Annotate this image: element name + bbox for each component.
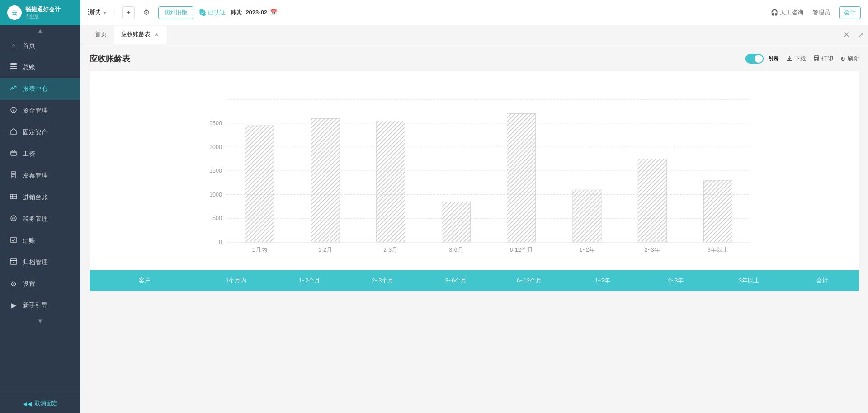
sidebar-label-tax: 税务管理 — [23, 215, 48, 223]
sidebar-item-trade[interactable]: 进销台账 — [0, 187, 80, 208]
th-customer: 客户 — [90, 270, 199, 291]
th-6-12m: 6~12个月 — [493, 270, 566, 291]
toggle-track[interactable] — [745, 54, 764, 64]
svg-rect-55 — [703, 180, 732, 242]
sidebar-item-assets[interactable]: 固定资产 — [0, 122, 80, 143]
sidebar-label-wage: 工资 — [23, 150, 35, 158]
svg-rect-29 — [787, 60, 792, 61]
page-actions: 图表 下载 — [745, 54, 859, 64]
print-btn[interactable]: 打印 — [813, 55, 833, 63]
calendar-icon[interactable]: 📅 — [270, 9, 277, 16]
sidebar-label-guide: 新手引导 — [23, 301, 48, 310]
verified-badge: 已认证 — [199, 9, 226, 17]
tabbar-expand-btn[interactable]: ⤢ — [858, 30, 863, 39]
app-edition: 专业版 — [25, 14, 61, 20]
svg-text:1000: 1000 — [209, 192, 222, 198]
refresh-btn[interactable]: ↻ 刷新 — [840, 55, 859, 63]
th-1m: 1个月内 — [199, 270, 273, 291]
svg-text:云: 云 — [12, 10, 17, 16]
svg-text:2500: 2500 — [209, 120, 222, 127]
tabbar-close-btn[interactable]: ✕ — [843, 30, 850, 40]
sidebar-item-invoice[interactable]: 发票管理 — [0, 165, 80, 187]
chart-toggle[interactable]: 图表 — [745, 54, 779, 64]
sidebar-label-trade: 进销台账 — [23, 193, 48, 202]
capital-icon: ¥ — [9, 106, 18, 115]
th-total: 合计 — [786, 270, 859, 291]
sidebar-item-wage[interactable]: 工资 — [0, 143, 80, 165]
sidebar-label-home: 首页 — [23, 42, 35, 50]
sidebar-item-guide[interactable]: ▶ 新手引导 — [0, 295, 80, 316]
sidebar-item-home[interactable]: ⌂ 首页 — [0, 36, 80, 56]
download-icon — [786, 55, 793, 63]
sidebar-logo: 云 畅捷通好会计 专业版 — [0, 0, 80, 25]
sidebar-item-settlement[interactable]: 结账 — [0, 230, 80, 252]
sidebar-label-settings: 设置 — [23, 280, 35, 288]
role-label: 会计 — [844, 9, 856, 16]
download-btn[interactable]: 下载 — [786, 55, 806, 63]
project-settings-btn[interactable]: ⚙ — [140, 6, 153, 19]
svg-rect-53 — [573, 190, 601, 242]
svg-text:500: 500 — [212, 215, 222, 221]
svg-rect-54 — [638, 159, 666, 242]
bar-6-12月 — [507, 114, 536, 242]
content-area: 应收账龄表 图表 下载 — [80, 44, 868, 413]
cancel-fixed-btn[interactable]: ◀◀ 取消固定 — [0, 394, 80, 413]
consult-label: 人工咨询 — [780, 9, 803, 17]
svg-text:6-12个月: 6-12个月 — [510, 247, 533, 253]
svg-point-6 — [13, 88, 14, 89]
tab-home[interactable]: 首页 — [88, 26, 114, 44]
bar-2-3年 — [638, 159, 666, 242]
sidebar-label-ledger: 总账 — [23, 63, 35, 71]
svg-rect-26 — [10, 259, 17, 261]
refresh-icon: ↻ — [840, 56, 845, 62]
tab-aging-close[interactable]: ✕ — [153, 31, 160, 38]
add-project-btn[interactable]: + — [122, 6, 135, 19]
svg-text:¥: ¥ — [12, 108, 15, 113]
svg-text:2~3年: 2~3年 — [644, 247, 660, 253]
bar-2-3月 — [376, 121, 405, 242]
bar-3年以上 — [703, 180, 732, 242]
svg-rect-11 — [11, 151, 16, 155]
sidebar-item-report[interactable]: 报表中心 — [0, 78, 80, 100]
svg-text:税: 税 — [12, 217, 15, 221]
svg-rect-32 — [815, 59, 818, 61]
print-icon — [813, 55, 820, 63]
svg-rect-52 — [507, 114, 536, 242]
svg-text:1月内: 1月内 — [252, 247, 267, 253]
sidebar-label-report: 报表中心 — [23, 85, 48, 93]
sidebar-item-capital[interactable]: ¥ 资金管理 — [0, 100, 80, 122]
download-label: 下载 — [794, 55, 806, 63]
sidebar-item-settings[interactable]: ⚙ 设置 — [0, 273, 80, 295]
tab-aging[interactable]: 应收账龄表 ✕ — [114, 26, 167, 44]
consult-btn[interactable]: 🎧 人工咨询 — [771, 9, 803, 17]
bar-1月内 — [245, 126, 274, 242]
print-label: 打印 — [821, 55, 833, 63]
table-container: 客户 1个月内 1~2个月 2~3个月 3~6个月 6~12个月 1~2年 2~… — [90, 270, 859, 291]
svg-rect-49 — [311, 118, 340, 242]
headset-icon: 🎧 — [771, 9, 778, 16]
cancel-fixed-icon: ◀◀ — [23, 400, 32, 407]
project-selector[interactable]: 测试 ▾ — [88, 9, 106, 17]
svg-rect-3 — [10, 66, 17, 67]
sidebar-scroll-down[interactable]: ▼ — [0, 316, 80, 326]
svg-point-33 — [817, 58, 818, 59]
svg-text:1~2年: 1~2年 — [579, 247, 594, 253]
user-label: 管理员 — [812, 9, 830, 16]
chart-toggle-label: 图表 — [767, 55, 779, 63]
th-3-6m: 3~6个月 — [419, 270, 492, 291]
sidebar-item-tax[interactable]: 税 税务管理 — [0, 208, 80, 230]
sidebar-item-archive[interactable]: 归档管理 — [0, 252, 80, 273]
user-menu[interactable]: 管理员 — [809, 7, 834, 19]
sidebar-label-capital: 资金管理 — [23, 107, 48, 115]
chart-container: 0 500 1000 1500 2000 2500 — [90, 71, 859, 270]
sidebar-scroll-up[interactable]: ▲ — [0, 25, 80, 36]
sidebar-label-assets: 固定资产 — [23, 128, 48, 136]
ledger-icon — [9, 63, 18, 72]
sidebar-item-ledger[interactable]: 总账 — [0, 56, 80, 78]
role-btn[interactable]: 会计 — [839, 6, 861, 19]
th-1-2y: 1~2年 — [566, 270, 639, 291]
switch-old-btn[interactable]: 切到旧版 — [158, 6, 193, 19]
svg-text:0: 0 — [219, 239, 222, 245]
sidebar: 云 畅捷通好会计 专业版 ▲ ⌂ 首页 总账 — [0, 0, 80, 413]
page-title: 应收账龄表 — [90, 53, 130, 64]
